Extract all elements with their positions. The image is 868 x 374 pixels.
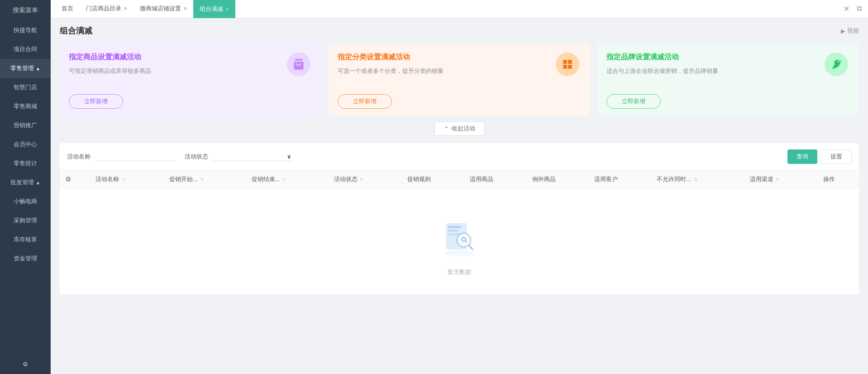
shopping-bag-icon: [287, 53, 310, 76]
tab-combo-discount[interactable]: 组合满减 ×: [193, 0, 235, 18]
card-product-discount-btn[interactable]: 立即新增: [69, 94, 123, 109]
card-brand-discount-icon: [825, 53, 848, 76]
sort-promo-start-icon[interactable]: ⇅: [200, 177, 204, 182]
card-brand-discount-btn[interactable]: 立即新增: [606, 94, 661, 109]
sort-channel-icon[interactable]: ⇅: [776, 177, 779, 182]
sidebar-item-xiaochang-ec[interactable]: 小畅电商: [0, 192, 51, 211]
table-container: ⚙ 活动名称 ⇅ 促销开始... ⇅ 促销结束... ⇅: [60, 170, 859, 294]
chevron-down-icon: ∨: [287, 153, 291, 160]
card-category-discount-desc: 可选一个或者多个分类，提升分类的销量: [338, 67, 581, 88]
page-title: 组合满减: [60, 25, 92, 36]
card-brand-discount-title: 指定品牌设置满减活动: [606, 53, 850, 62]
empty-state: 暂无数据: [60, 188, 859, 294]
th-promo-end: 促销结束... ⇅: [246, 171, 329, 188]
sidebar-item-purchase-mgmt[interactable]: 采购管理: [0, 211, 51, 230]
card-brand-discount: 指定品牌设置满减活动 适合与上游企业联合做营销，提升品牌销量 立即新增: [597, 43, 859, 116]
card-product-discount-icon: [287, 53, 310, 76]
collapse-activities-btn[interactable]: ⌃ 收起活动: [434, 121, 485, 136]
sidebar-item-retail-mall[interactable]: 零售商城: [0, 97, 51, 116]
th-applicable-product: 适用商品: [464, 171, 527, 188]
svg-rect-8: [448, 230, 458, 231]
th-promo-start: 促销开始... ⇅: [164, 171, 246, 188]
sort-concurrent-icon[interactable]: ⇅: [694, 177, 697, 182]
th-gear[interactable]: ⚙: [60, 171, 90, 188]
th-exception-product: 例外商品: [527, 171, 589, 188]
svg-rect-1: [563, 60, 567, 64]
filter-activity-status: 活动状态 ∨: [185, 152, 293, 161]
empty-state-icon: [437, 216, 482, 261]
tab-bar-actions: ✕ ⧉: [842, 5, 863, 13]
tab-mini-store-settings[interactable]: 微商城店铺设置 ×: [134, 0, 193, 18]
svg-rect-2: [568, 60, 572, 64]
tab-store-catalog-close[interactable]: ×: [124, 5, 127, 12]
page-content: 组合满减 ▶ 视频 指定商品设置满减活动 可指定滞销商品或库存较多商品: [51, 18, 868, 374]
svg-rect-9: [448, 234, 460, 235]
sidebar-item-wholesale-mgmt[interactable]: 批发管理 ▲: [0, 173, 51, 192]
svg-point-5: [444, 250, 475, 256]
sidebar-item-project-contract[interactable]: 项目合同: [0, 40, 51, 59]
sidebar-item-finance-mgmt[interactable]: 资金管理: [0, 249, 51, 268]
tab-mini-store-settings-close[interactable]: ×: [184, 5, 187, 12]
tab-bar: 首页 门店商品目录 × 微商城店铺设置 × 组合满减 × ✕ ⧉: [51, 0, 868, 18]
filter-activity-name-label: 活动名称: [67, 153, 91, 161]
collapse-icon: ⌃: [444, 125, 449, 132]
sidebar-search[interactable]: 搜索菜单: [0, 0, 51, 21]
retail-mgmt-arrow: ▲: [36, 66, 40, 71]
th-applicable-customer: 适用客户: [589, 171, 651, 188]
th-operation: 操作: [818, 171, 859, 188]
card-category-discount: 指定分类设置满减活动 可选一个或者多个分类，提升分类的销量 立即新增: [329, 43, 590, 116]
tab-combo-discount-close[interactable]: ×: [226, 6, 229, 12]
sidebar-item-smart-store[interactable]: 智慧门店: [0, 78, 51, 97]
card-category-discount-btn[interactable]: 立即新增: [338, 94, 392, 109]
sidebar-item-retail-mgmt[interactable]: 零售管理 ▲: [0, 59, 51, 78]
svg-rect-7: [448, 226, 461, 228]
sort-promo-end-icon[interactable]: ⇅: [282, 177, 286, 182]
card-brand-discount-desc: 适合与上游企业联合做营销，提升品牌销量: [606, 67, 850, 88]
setting-button[interactable]: 设置: [821, 149, 852, 164]
video-play-icon: ▶: [841, 28, 845, 34]
filter-bar: 活动名称 活动状态 ∨ 查询 设置: [60, 143, 859, 170]
sort-activity-name-icon[interactable]: ⇅: [122, 177, 125, 182]
filter-activity-name: 活动名称: [67, 152, 176, 161]
collapse-bar: ⌃ 收起活动: [60, 121, 859, 136]
page-header: 组合满减 ▶ 视频: [60, 25, 859, 36]
empty-text: 暂无数据: [448, 268, 471, 276]
sidebar-item-marketing[interactable]: 营销推广: [0, 116, 51, 135]
th-applicable-channel: 适用渠道 ⇅: [744, 171, 818, 188]
video-link[interactable]: ▶ 视频: [841, 27, 859, 35]
th-activity-status: 活动状态 ⇅: [329, 171, 402, 188]
sidebar-item-retail-stats[interactable]: 零售统计: [0, 154, 51, 173]
filter-actions: 查询 设置: [787, 149, 852, 164]
query-button[interactable]: 查询: [787, 149, 817, 164]
table-header-row: ⚙ 活动名称 ⇅ 促销开始... ⇅ 促销结束... ⇅: [60, 171, 859, 188]
th-activity-name: 活动名称 ⇅: [90, 171, 163, 188]
grid-icon: [556, 53, 579, 76]
svg-line-12: [469, 245, 472, 249]
window-restore-btn[interactable]: ⧉: [855, 5, 863, 13]
filter-activity-status-label: 活动状态: [185, 153, 208, 161]
svg-rect-4: [568, 65, 572, 69]
th-not-allow-concurrent: 不允许同时... ⇅: [651, 171, 744, 188]
wholesale-mgmt-arrow: ▲: [36, 180, 40, 185]
filter-activity-name-input[interactable]: [94, 152, 176, 161]
sidebar: 搜索菜单 快捷导航 项目合同 零售管理 ▲ 智慧门店 零售商城 营销推广 会员中…: [0, 0, 51, 374]
th-promo-rule: 促销规则: [402, 171, 464, 188]
svg-rect-3: [563, 65, 567, 69]
window-close-btn[interactable]: ✕: [842, 5, 851, 13]
card-product-discount-title: 指定商品设置满减活动: [69, 53, 312, 62]
sidebar-item-inventory[interactable]: 库存核算: [0, 230, 51, 249]
sort-activity-status-icon[interactable]: ⇅: [360, 177, 363, 182]
sidebar-item-quick-nav[interactable]: 快捷导航: [0, 21, 51, 40]
sidebar-settings[interactable]: ⚙: [0, 355, 51, 374]
leaf-icon: [825, 53, 848, 76]
tab-home[interactable]: 首页: [55, 0, 80, 18]
gear-icon[interactable]: ⚙: [65, 175, 71, 183]
card-product-discount: 指定商品设置满减活动 可指定滞销商品或库存较多商品 立即新增: [60, 43, 321, 116]
tab-store-catalog[interactable]: 门店商品目录 ×: [80, 0, 134, 18]
activity-table: ⚙ 活动名称 ⇅ 促销开始... ⇅ 促销结束... ⇅: [60, 171, 859, 188]
activity-cards: 指定商品设置满减活动 可指定滞销商品或库存较多商品 立即新增 指定分类设置满减活…: [60, 43, 859, 116]
filter-activity-status-select[interactable]: ∨: [212, 152, 293, 161]
sidebar-item-member-center[interactable]: 会员中心: [0, 135, 51, 154]
main-content: 首页 门店商品目录 × 微商城店铺设置 × 组合满减 × ✕ ⧉ 组合满减 ▶ …: [51, 0, 868, 374]
card-category-discount-icon: [556, 53, 579, 76]
